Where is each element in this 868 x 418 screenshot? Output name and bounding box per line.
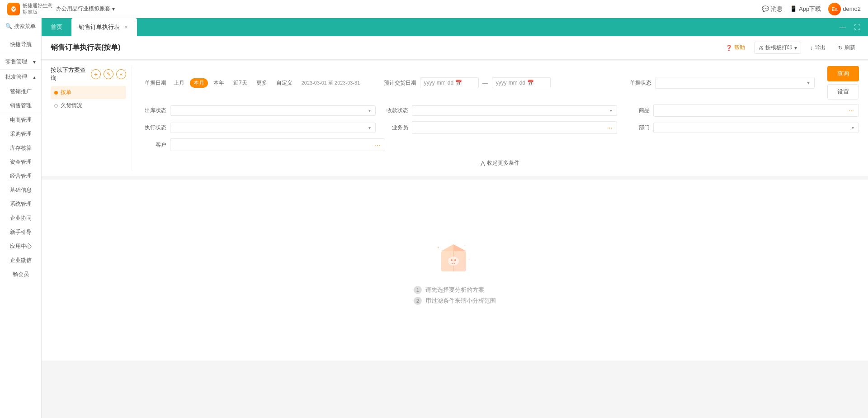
- scheme-item-by-order[interactable]: 按单: [51, 86, 126, 99]
- status-label: 单据状态: [626, 79, 651, 87]
- sidebar-item-inventory[interactable]: 库存核算: [0, 141, 41, 155]
- help-icon: ❓: [726, 45, 732, 51]
- sidebar-item-finance[interactable]: 资金管理: [0, 155, 41, 169]
- product-label: 商品: [624, 107, 650, 114]
- expected-date-end[interactable]: yyyy-mm-dd 📅: [492, 77, 551, 88]
- tab-bar: 首页 销售订单执行表 × — ⛶: [42, 18, 868, 36]
- refresh-icon: ↻: [838, 45, 843, 51]
- filter-group-expected-date: 预计交货日期 yyyy-mm-dd 📅 — yyyy-mm-dd 📅: [384, 77, 619, 88]
- calendar-icon-2: 📅: [527, 80, 534, 86]
- sidebar-item-retail[interactable]: 零售管理 ▾: [0, 54, 41, 69]
- filter-group-date: 单据日期 上月 本月 本年 近7天 更多 自定义 2023-03-01 至 20…: [141, 78, 377, 88]
- exec-select[interactable]: ▾: [170, 123, 376, 133]
- sidebar-item-sales[interactable]: 销售管理: [0, 99, 41, 113]
- filter-row-exec: 执行状态 ▾ 业务员 ···: [141, 121, 859, 134]
- status-select[interactable]: ▾: [655, 77, 815, 89]
- date-btn-thisyear[interactable]: 本年: [210, 78, 228, 88]
- sidebar-item-marketing[interactable]: 营销推广: [0, 85, 41, 99]
- exec-label: 执行状态: [141, 124, 166, 132]
- sidebar-nav: 快捷导航: [0, 35, 41, 54]
- date-dash: —: [482, 80, 488, 86]
- customer-more-icon[interactable]: ···: [375, 141, 380, 148]
- date-placeholder-end: yyyy-mm-dd: [496, 80, 525, 86]
- collapse-btn[interactable]: ⋀ 收起更多条件: [141, 156, 859, 171]
- app-selector[interactable]: 办公用品行业模拟账套 ▾: [56, 5, 115, 13]
- page-title: 销售订单执行表(按单): [51, 43, 121, 52]
- sidebar-search[interactable]: 🔍 搜索菜单: [0, 18, 41, 35]
- add-scheme-btn[interactable]: +: [91, 69, 101, 79]
- customer-select[interactable]: ···: [170, 138, 385, 151]
- top-header: 畅捷通好生意 标准版 办公用品行业模拟账套 ▾ 💬 消息 📱 App下载 Ea …: [0, 0, 868, 18]
- export-btn[interactable]: ↓ 导出: [807, 42, 829, 53]
- delivery-select[interactable]: ▾: [170, 105, 376, 116]
- sidebar-item-purchase[interactable]: 采购管理: [0, 127, 41, 141]
- payment-label: 收款状态: [383, 107, 408, 114]
- filter-col-salesman: 业务员 ···: [383, 121, 618, 134]
- delivery-chevron-icon: ▾: [368, 108, 371, 113]
- chevron-icon: ▾: [33, 59, 36, 65]
- sidebar-item-basic-info[interactable]: 基础信息: [0, 183, 41, 197]
- tab-expand-btn[interactable]: ⛶: [852, 22, 863, 33]
- date-btn-7days[interactable]: 近7天: [230, 78, 251, 88]
- salesman-select[interactable]: ···: [412, 121, 618, 134]
- sidebar-item-wechat[interactable]: 企业微信: [0, 253, 41, 267]
- scheme-item-backorder[interactable]: 欠货情况: [51, 99, 126, 112]
- tab-home[interactable]: 首页: [42, 18, 71, 36]
- print-btn[interactable]: 🖨 按模板打印 ▾: [754, 42, 801, 54]
- tab-bar-right: — ⛶: [837, 22, 868, 33]
- customer-label: 客户: [141, 141, 166, 149]
- filter-main: 单据日期 上月 本月 本年 近7天 更多 自定义 2023-03-01 至 20…: [132, 66, 859, 171]
- date-btn-lastmonth[interactable]: 上月: [170, 78, 188, 88]
- date-range-text: 2023-03-01 至 2023-03-31: [302, 80, 360, 86]
- product-select[interactable]: ···: [653, 104, 859, 117]
- svg-text:✦: ✦: [464, 244, 466, 247]
- sidebar-quick-nav[interactable]: 快捷导航: [0, 38, 41, 51]
- status-chevron-icon: ▾: [807, 80, 810, 86]
- date-btn-more[interactable]: 更多: [253, 78, 271, 88]
- product-more-icon[interactable]: ···: [849, 107, 854, 114]
- main-layout: 🔍 搜索菜单 快捷导航 零售管理 ▾ 批发管理 ▴ 营销推广 销售管理 电商管理…: [0, 18, 868, 418]
- expected-date-start[interactable]: yyyy-mm-dd 📅: [420, 77, 479, 88]
- hint-num-2: 2: [414, 297, 422, 305]
- payment-select[interactable]: ▾: [412, 105, 618, 116]
- sidebar-item-newbie[interactable]: 新手引导: [0, 225, 41, 239]
- date-btn-custom[interactable]: 自定义: [273, 78, 296, 88]
- settings-btn[interactable]: 设置: [827, 84, 859, 100]
- tab-close-btn[interactable]: ×: [123, 24, 130, 31]
- sidebar-item-enterprise[interactable]: 企业协同: [0, 211, 41, 225]
- tab-minimize-btn[interactable]: —: [837, 22, 848, 33]
- app-download-btn[interactable]: 📱 App下载: [790, 5, 821, 13]
- sidebar-item-app-center[interactable]: 应用中心: [0, 239, 41, 253]
- tab-active[interactable]: 销售订单执行表 ×: [71, 18, 137, 36]
- department-select[interactable]: ▾: [653, 123, 859, 133]
- date-label: 单据日期: [141, 79, 166, 87]
- calendar-icon: 📅: [455, 80, 462, 86]
- sidebar-item-member[interactable]: 畅会员: [0, 267, 41, 281]
- empty-hint-2: 2 用过滤条件来缩小分析范围: [414, 297, 496, 305]
- help-btn[interactable]: ❓ 帮助: [722, 42, 749, 53]
- sidebar-item-system[interactable]: 系统管理: [0, 197, 41, 211]
- salesman-more-icon[interactable]: ···: [607, 124, 613, 131]
- date-shortcuts: 上月 本月 本年 近7天 更多 自定义: [170, 78, 296, 88]
- filter-row-customer: 客户 ···: [141, 138, 859, 151]
- date-btn-thismonth[interactable]: 本月: [190, 78, 208, 88]
- sidebar-item-wholesale[interactable]: 批发管理 ▴: [0, 70, 41, 85]
- tab-active-label: 销售订单执行表: [79, 23, 120, 31]
- collapse-scheme-btn[interactable]: «: [116, 69, 126, 79]
- print-icon: 🖨: [758, 45, 764, 51]
- message-btn[interactable]: 💬 消息: [762, 5, 783, 13]
- refresh-btn[interactable]: ↻ 刷新: [835, 42, 859, 53]
- filter-sidebar-icons: + ✎ «: [91, 69, 126, 79]
- filter-section: 按以下方案查询 + ✎ « 按单: [42, 61, 868, 176]
- filter-layout: 按以下方案查询 + ✎ « 按单: [51, 66, 859, 171]
- top-header-left: 畅捷通好生意 标准版 办公用品行业模拟账套 ▾: [7, 3, 115, 15]
- download-icon: 📱: [790, 5, 797, 12]
- sidebar-item-ecommerce[interactable]: 电商管理: [0, 113, 41, 127]
- top-header-right: 💬 消息 📱 App下载 Ea demo2: [762, 3, 861, 15]
- sidebar-item-operation[interactable]: 经营管理: [0, 169, 41, 183]
- user-avatar[interactable]: Ea demo2: [828, 3, 861, 15]
- filter-sidebar: 按以下方案查询 + ✎ « 按单: [51, 66, 132, 171]
- query-btn[interactable]: 查询: [827, 66, 859, 81]
- edit-scheme-btn[interactable]: ✎: [104, 69, 113, 79]
- inactive-dot-icon: [54, 104, 58, 108]
